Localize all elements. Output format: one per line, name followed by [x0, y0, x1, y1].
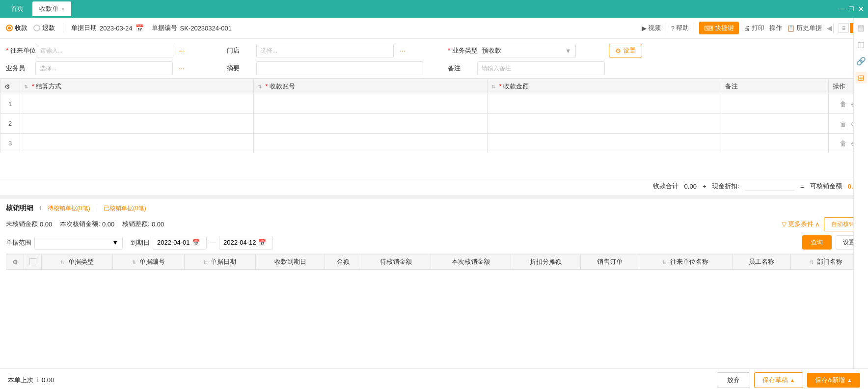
row-2-amount[interactable]	[487, 114, 721, 134]
done-recon-tab[interactable]: 已核销单据(0笔)	[104, 204, 146, 213]
discount-input[interactable]	[745, 181, 794, 191]
remark-input[interactable]: 请输入备注	[477, 61, 605, 75]
help-btn[interactable]: ? 帮助	[671, 24, 689, 32]
more-conditions-btn[interactable]: ▽ 更多条件 ∧	[782, 220, 820, 228]
sidebar-table-icon[interactable]: ▤	[855, 22, 867, 33]
row-2-settle[interactable]	[20, 114, 254, 134]
minimize-icon[interactable]: ─	[840, 4, 845, 13]
col-ops-label: 操作	[833, 83, 845, 90]
row-3-delete-icon[interactable]: 🗑	[840, 140, 846, 147]
sidebar-grid-icon[interactable]: ⊞	[855, 72, 867, 84]
nav-left-icon[interactable]: ◀	[827, 24, 832, 32]
gear-icon: ⚙	[615, 47, 621, 55]
row-1-settle[interactable]	[20, 94, 254, 114]
video-btn[interactable]: ▶ 视频	[642, 24, 661, 32]
ops-btn[interactable]: 操作	[769, 24, 782, 32]
row-2-account[interactable]	[253, 114, 487, 134]
total-label: 收款合计	[653, 182, 678, 191]
bottom-settings-icon[interactable]: ⚙	[12, 258, 18, 266]
col-account-label: 收款账号	[270, 83, 295, 90]
col-type-header: ⇅ 单据类型	[42, 254, 113, 270]
store-label: 门店	[227, 46, 256, 55]
close-window-icon[interactable]: ✕	[858, 4, 864, 14]
set-button[interactable]: ⚙ 设置	[609, 44, 642, 57]
toolbar-divider-4	[833, 23, 834, 33]
store-input[interactable]: 选择...	[256, 44, 394, 57]
tab-bar-right: ─ □ ✕	[840, 4, 864, 14]
store-more-icon[interactable]: ···	[400, 47, 406, 55]
col-checkbox-header[interactable]	[24, 254, 42, 270]
sidebar-layout-icon[interactable]: ◫	[855, 38, 867, 50]
section-separator	[0, 195, 868, 199]
col-sales-label: 销售订单	[597, 258, 623, 265]
history-btn[interactable]: 📋 历史单据	[787, 24, 822, 32]
row-1-amount[interactable]	[487, 94, 721, 114]
doc-num-field: 单据编号 SK-20230324-001	[152, 24, 232, 32]
col-remark-header: 备注	[721, 79, 828, 94]
staff-input[interactable]: 选择...	[35, 61, 173, 75]
col-sales-header: 销售订单	[580, 254, 639, 270]
col-amount-label: 收款金额	[503, 83, 529, 90]
doc-range-field: 单据范围 ▼	[6, 236, 123, 250]
calendar-end-icon[interactable]: 📅	[258, 239, 266, 246]
partner-more-icon[interactable]: ···	[179, 47, 185, 55]
shortcut-btn[interactable]: ⌨ 快捷键	[699, 22, 739, 34]
date-sort-icon: ⇅	[203, 259, 207, 265]
biz-type-dropdown[interactable]: 预收款 ▼	[478, 44, 576, 57]
calendar-icon[interactable]: 📅	[136, 24, 144, 32]
biz-type-arrow-icon: ▼	[565, 47, 571, 55]
print-btn[interactable]: 🖨 打印	[744, 24, 764, 32]
tab-close-icon[interactable]: ×	[61, 6, 64, 12]
draft-btn[interactable]: 保存草稿 ▲	[754, 372, 804, 388]
radio-shoukuan[interactable]: 收款	[6, 24, 27, 32]
col-this-label: 本次核销金额	[452, 258, 490, 265]
filter-row: 单据范围 ▼ 到期日 2022-04-01 📅 — 2022-04-12 📅	[6, 231, 862, 254]
row-2-delete-icon[interactable]: 🗑	[840, 120, 846, 128]
save-new-btn[interactable]: 保存&新增 ▲	[807, 373, 860, 388]
maximize-icon[interactable]: □	[849, 4, 854, 13]
net-label: 可核销金额	[810, 182, 842, 191]
row-1-account[interactable]	[253, 94, 487, 114]
col-pending-header: 待核销金额	[361, 254, 431, 270]
tab-home[interactable]: 首页	[4, 1, 30, 16]
staff-more-icon[interactable]: ···	[179, 64, 185, 72]
discard-btn[interactable]: 放弃	[717, 372, 750, 388]
sidebar-link-icon[interactable]: 🔗	[855, 55, 867, 67]
recon-diff-stat: 核销差额: 0.00	[122, 220, 164, 228]
row-2-remark[interactable]	[721, 114, 828, 134]
page-footer: 本单上次 ℹ 0.00 放弃 保存草稿 ▲ 保存&新增 ▲	[0, 368, 868, 391]
range-select[interactable]: ▼	[34, 236, 123, 250]
recon-info-icon[interactable]: ℹ	[39, 205, 42, 212]
unrecon-value: 0.00	[40, 221, 52, 228]
col-amount-header: 金额	[325, 254, 361, 270]
remark-section: 备注 请输入备注	[448, 61, 624, 75]
row-3-remark[interactable]	[721, 134, 828, 153]
calendar-start-icon[interactable]: 📅	[192, 239, 200, 246]
footer-info-icon[interactable]: ℹ	[36, 376, 39, 384]
partner-input[interactable]: 请输入...	[36, 44, 173, 57]
radio-tuikuan[interactable]: 退款	[33, 24, 55, 32]
date-end-input[interactable]: 2022-04-12 📅	[219, 236, 273, 250]
unrecon-stat: 未核销金额 0.00	[6, 220, 52, 228]
row-1-remark[interactable]	[721, 94, 828, 114]
row-3-settle[interactable]	[20, 134, 254, 153]
select-all-checkbox[interactable]	[29, 258, 36, 265]
partner-placeholder: 请输入...	[40, 47, 63, 55]
query-btn[interactable]: 查询	[802, 235, 832, 250]
this-recon-label: 本次核销金额:	[60, 220, 100, 228]
toolbar-right: ▶ 视频 ? 帮助 ⌨ 快捷键 🖨 打印 操作 📋 历史单据	[642, 22, 862, 34]
row-1-delete-icon[interactable]: 🗑	[840, 100, 846, 108]
toolbar-divider-3	[694, 23, 694, 33]
row-3-account[interactable]	[253, 134, 487, 153]
tab-receipt[interactable]: 收款单 ×	[32, 1, 71, 16]
this-recon-value: 0.00	[102, 221, 114, 228]
summary-input[interactable]	[256, 61, 423, 75]
num-sort-icon: ⇅	[132, 259, 136, 265]
col-pending-label: 待核销金额	[380, 258, 412, 265]
date-start-input[interactable]: 2022-04-01 📅	[153, 236, 207, 250]
row-3-amount[interactable]	[487, 134, 721, 153]
list-view-btn[interactable]: ≡	[839, 23, 849, 33]
col-settings-header[interactable]: ⚙	[0, 79, 20, 94]
store-placeholder: 选择...	[261, 47, 277, 55]
pending-recon-tab[interactable]: 待核销单据(0笔)	[48, 204, 90, 213]
